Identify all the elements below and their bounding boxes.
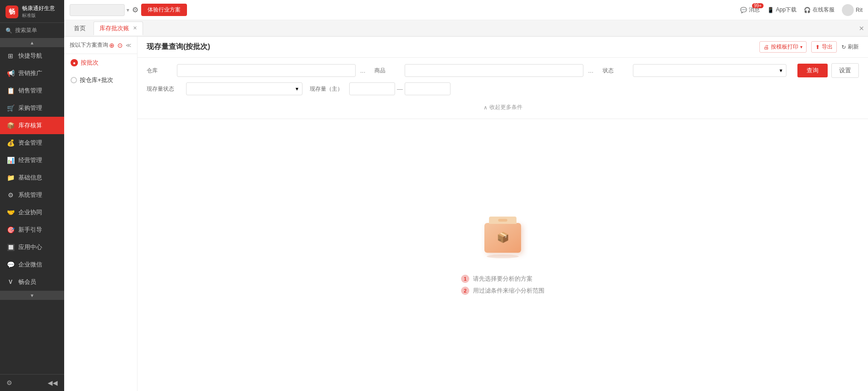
export-button[interactable]: ⬆ 导出 [811,41,837,53]
status-field: 状态 ▾ [603,64,786,77]
scheme-settings-icon[interactable]: ⊙ [117,42,123,49]
sidebar-item-inventory[interactable]: 📦 库存核算 [0,117,64,134]
sidebar-item-label: 资金管理 [18,139,42,147]
inventory-qty-max[interactable] [405,82,450,95]
range-separator: — [397,86,403,92]
tab-inventory-batch[interactable]: 库存批次账 ✕ [93,22,143,35]
sidebar-item-label: 新手引导 [18,226,42,234]
tab-bar: 首页 库存批次账 ✕ ✕ [64,20,868,37]
user-profile[interactable]: Rit [842,4,863,16]
warehouse-more-icon[interactable]: ... [358,67,368,74]
sidebar-item-label: 基础信息 [18,174,42,182]
tab-close-icon[interactable]: ✕ [133,25,137,31]
sidebar-item-newuser[interactable]: 🎯 新手引导 [0,221,64,239]
left-panel: 按以下方案查询 ⊕ ⊙ ≪ ● 按批次 按仓库+批次 [64,37,137,391]
add-scheme-icon[interactable]: ⊕ [109,42,115,49]
sidebar-item-finance[interactable]: 💰 资金管理 [0,134,64,152]
enterprise-icon: 🤝 [6,208,15,217]
sidebar-item-sales[interactable]: 📋 销售管理 [0,82,64,99]
sidebar-item-purchase[interactable]: 🛒 采购管理 [0,99,64,117]
collapse-panel-icon[interactable]: ≪ [126,42,132,49]
collapse-more[interactable]: ∧ 收起更多条件 [147,100,859,113]
sidebar-item-system[interactable]: ⚙ 系统管理 [0,186,64,204]
sidebar-item-apps[interactable]: 🔲 应用中心 [0,239,64,256]
sidebar-item-basic[interactable]: 📁 基础信息 [0,169,64,186]
product-field: 商品 ... [374,64,595,77]
sidebar-header: 畅 畅康通好生意 标准版 [0,0,64,23]
product-input[interactable] [405,64,583,77]
sidebar-item-marketing[interactable]: 📢 营销推广 [0,65,64,82]
template-print-label: 按模板打印 [771,43,798,51]
left-panel-title: 按以下方案查询 [70,41,108,49]
trial-button[interactable]: 体验行业方案 [141,4,187,16]
settings-icon[interactable]: ⚙ [6,379,12,386]
sidebar-item-label: 企业协同 [18,208,42,217]
status-select[interactable]: ▾ [633,64,786,77]
collapse-sidebar-icon[interactable]: ◀◀ [48,379,58,386]
empty-hint-1: 1 请先选择要分析的方案 [461,275,544,283]
newuser-icon: 🎯 [6,226,15,234]
filter-row-2: 现存量状态 ▾ 现存量（主） — [147,82,859,95]
hint-num-2: 2 [461,287,469,295]
sidebar-nav: ▲ ⊞ 快捷导航 📢 营销推广 📋 销售管理 🛒 采购管理 📦 库存核算 💰 资… [0,38,64,374]
batch-label: 按批次 [81,59,99,67]
filter-area: 仓库 ... 商品 ... 状态 ▾ [137,58,868,119]
close-all-icon[interactable]: ✕ [859,25,864,32]
sidebar-search[interactable]: 🔍 搜索菜单 [0,23,64,38]
scroll-up-button[interactable]: ▲ [0,38,64,47]
sidebar-item-wechat[interactable]: 💬 企业微信 [0,256,64,273]
left-panel-item-warehouse-batch[interactable]: 按仓库+批次 [64,71,137,89]
topbar-gear-icon[interactable]: ⚙ [132,5,138,14]
page-title-bar: 现存量查询(按批次) 🖨 按模板打印 ▾ ⬆ 导出 ↻ 刷新 [137,37,868,58]
product-label: 商品 [374,67,402,75]
inventory-qty-label: 现存量（主） [310,85,346,93]
marketing-icon: 📢 [6,69,15,77]
warehouse-input[interactable] [177,64,356,77]
sidebar: 畅 畅康通好生意 标准版 🔍 搜索菜单 ▲ ⊞ 快捷导航 📢 营销推广 📋 销售… [0,0,64,391]
tab-inventory-batch-label: 库存批次账 [99,24,129,33]
refresh-button[interactable]: ↻ 刷新 [841,43,859,51]
sidebar-item-enterprise[interactable]: 🤝 企业协同 [0,204,64,221]
breadcrumb-input-group: ▾ [70,4,129,16]
warehouse-batch-label: 按仓库+批次 [80,76,113,84]
inventory-qty-min[interactable] [349,82,395,95]
sidebar-item-label: 快捷导航 [18,52,42,60]
refresh-icon: ↻ [841,44,846,50]
filter-row-1: 仓库 ... 商品 ... 状态 ▾ [147,63,859,78]
sidebar-item-operations[interactable]: 📊 经营管理 [0,152,64,169]
app-download-button[interactable]: 📱 App下载 [767,6,797,14]
breadcrumb-input[interactable] [70,4,125,16]
settings-button[interactable]: 设置 [831,63,859,78]
right-content: 现存量查询(按批次) 🖨 按模板打印 ▾ ⬆ 导出 ↻ 刷新 [137,37,868,391]
sidebar-item-member[interactable]: V 畅会员 [0,273,64,291]
scroll-down-button[interactable]: ▼ [0,291,64,300]
query-button[interactable]: 查询 [797,64,828,77]
message-badge: 99+ [752,3,764,8]
search-icon: 🔍 [5,27,12,34]
template-print-button[interactable]: 🖨 按模板打印 ▾ [759,41,807,53]
empty-illustration: 📦 [475,215,530,266]
print-chevron-icon[interactable]: ▾ [800,44,802,49]
product-more-icon[interactable]: ... [586,67,595,74]
app-name: 畅康通好生意 [22,5,55,12]
export-label: 导出 [822,43,833,51]
service-button[interactable]: 🎧 在线客服 [804,6,835,14]
sidebar-item-quick-nav[interactable]: ⊞ 快捷导航 [0,47,64,65]
empty-face: 📦 [497,232,509,244]
empty-state: 📦 1 请先选择要分析的方案 2 用过滤条件来缩小分析范围 [137,119,868,391]
page-title: 现存量查询(按批次) [147,42,210,52]
topbar: ▾ ⚙ 体验行业方案 💬 消息 99+ 📱 App下载 🎧 在线客服 Rit [64,0,868,20]
message-button[interactable]: 💬 消息 99+ [740,6,760,14]
warehouse-batch-dot [71,77,77,83]
inventory-status-select[interactable]: ▾ [186,82,302,95]
left-panel-item-batch[interactable]: ● 按批次 [64,54,137,71]
breadcrumb-chevron-icon[interactable]: ▾ [126,7,129,13]
hint-text-2: 用过滤条件来缩小分析范围 [473,287,544,295]
tab-home[interactable]: 首页 [68,22,92,35]
warehouse-label: 仓库 [147,67,174,75]
topbar-left: ▾ ⚙ 体验行业方案 [70,4,736,16]
tab-home-label: 首页 [74,24,86,33]
print-icon: 🖨 [764,44,769,50]
refresh-label: 刷新 [848,43,859,51]
sidebar-item-label: 应用中心 [18,243,42,251]
